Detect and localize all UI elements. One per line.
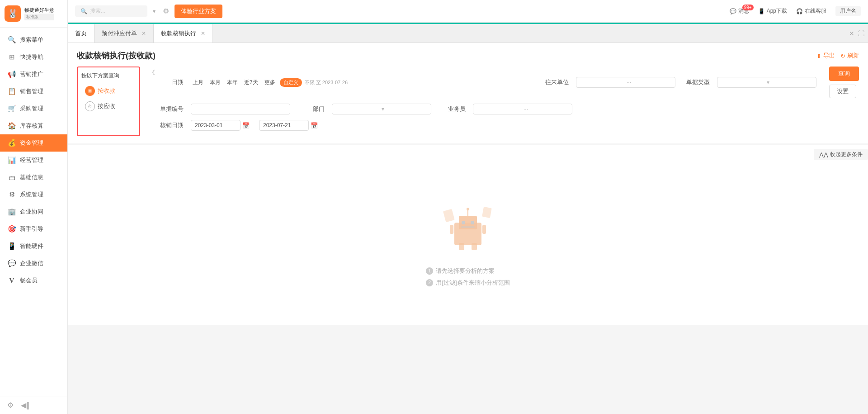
tab-close-prepay[interactable]: ✕ — [142, 30, 146, 37]
page-content: 收款核销执行(按收款) ⬆ 导出 ↻ 刷新 按以下方案查询 — [68, 43, 868, 414]
sidebar-item-guide[interactable]: 🎯 新手引导 — [0, 220, 67, 238]
logo-text-area: 畅捷通好生意 标准版 — [24, 7, 54, 20]
date-last-month[interactable]: 上月 — [191, 78, 205, 87]
staff-label: 业务员 — [439, 105, 466, 113]
sidebar-item-label: 营销推广 — [20, 70, 43, 78]
calendar-start-icon[interactable]: 📅 — [242, 122, 250, 129]
settings-bottom-icon[interactable]: ⚙ — [7, 401, 14, 409]
sidebar-item-capital[interactable]: 💰 资金管理 — [0, 134, 67, 152]
sidebar-item-label: 基础信息 — [20, 173, 43, 181]
svg-rect-12 — [443, 209, 455, 222]
sidebar-item-system[interactable]: ⚙ 系统管理 — [0, 186, 67, 203]
filter-option-by-receivable[interactable]: ⏱ 按应收 — [81, 99, 136, 114]
empty-state: 1 请先选择要分析的方案 2 用[过滤]条件来缩小分析范围 — [68, 164, 868, 325]
partner-select[interactable]: ··· — [576, 77, 675, 88]
topbar-gear-icon[interactable]: ⚙ — [163, 7, 169, 15]
sidebar-item-operation[interactable]: 📊 经营管理 — [0, 152, 67, 169]
empty-tip-1: 1 请先选择要分析的方案 — [426, 265, 509, 277]
sidebar-item-hardware[interactable]: 📱 智能硬件 — [0, 238, 67, 255]
filter-area: 按以下方案查询 按收款 ⏱ 按应收 — [68, 61, 868, 143]
empty-tips-list: 1 请先选择要分析的方案 2 用[过滤]条件来缩小分析范围 — [426, 265, 509, 289]
tab-close-all-icon[interactable]: ✕ — [849, 30, 854, 37]
empty-tip-2: 2 用[过滤]条件来缩小分析范围 — [426, 277, 509, 289]
app-version: 标准版 — [24, 14, 54, 20]
sidebar-item-enterprise[interactable]: 🏢 企业协同 — [0, 203, 67, 220]
tab-home[interactable]: 首页 — [68, 24, 94, 43]
writeoff-date-start-input[interactable] — [191, 120, 241, 131]
writeoff-date-end-input[interactable] — [259, 120, 309, 131]
app-name: 畅捷通好生意 — [24, 7, 54, 13]
export-icon: ⬆ — [816, 52, 821, 59]
tab-fullscreen-icon[interactable]: ⛶ — [858, 30, 864, 37]
dept-arrow-icon: ▾ — [382, 106, 427, 112]
user-avatar[interactable]: 用户名 — [835, 6, 861, 16]
building-icon: 🏢 — [7, 208, 16, 216]
setting-button[interactable]: 设置 — [829, 85, 856, 98]
calendar-end-icon[interactable]: 📅 — [311, 122, 318, 129]
filter-row-2: 单据编号 部门 ▾ 业务员 ··· — [156, 104, 859, 114]
filter-row-3: 核销日期 📅 — 📅 — [156, 120, 859, 131]
date-this-year[interactable]: 本年 — [225, 78, 240, 87]
filter-sidebar-title: 按以下方案查询 — [81, 72, 136, 80]
refresh-button[interactable]: ↻ 刷新 — [840, 52, 859, 60]
sidebar-item-sales[interactable]: 📋 销售管理 — [0, 83, 67, 100]
sidebar-item-member[interactable]: V 畅会员 — [0, 272, 67, 289]
export-button[interactable]: ⬆ 导出 — [816, 52, 835, 60]
solution-button[interactable]: 体验行业方案 — [175, 5, 222, 18]
tip-number-1: 1 — [426, 267, 433, 275]
sidebar-item-search[interactable]: 🔍 搜索菜单 — [0, 31, 67, 48]
date-custom-badge[interactable]: 自定义 — [280, 78, 302, 87]
sidebar-item-label: 资金管理 — [20, 139, 43, 147]
query-button[interactable]: 查询 — [829, 67, 859, 81]
device-icon: 📱 — [7, 242, 16, 250]
sidebar-item-basic[interactable]: 🗃 基础信息 — [0, 169, 67, 186]
database-icon: 🗃 — [7, 174, 16, 181]
sidebar-item-inventory[interactable]: 🏠 库存核算 — [0, 117, 67, 134]
cart-icon: 🛒 — [7, 105, 16, 113]
staff-dots-icon[interactable]: ··· — [524, 106, 568, 112]
topbar-dropdown-icon[interactable]: ▾ — [153, 8, 156, 14]
message-button[interactable]: 💬 消息 99+ — [730, 7, 749, 15]
collapse-sidebar-icon[interactable]: ◀‖ — [21, 401, 30, 409]
sidebar-bottom: ⚙ ◀‖ — [0, 396, 67, 414]
topbar-search[interactable]: 🔍 搜索... — [75, 5, 147, 17]
partner-label: 往来单位 — [542, 78, 569, 86]
filter-option-by-receipt[interactable]: 按收款 — [81, 83, 136, 99]
sidebar-item-purchase[interactable]: 🛒 采购管理 — [0, 100, 67, 117]
sidebar-item-label: 快捷导航 — [20, 53, 43, 61]
date-more[interactable]: 更多 — [263, 78, 277, 87]
clipboard-icon: 📋 — [7, 87, 16, 95]
sidebar-item-label: 畅会员 — [20, 276, 38, 285]
doc-type-label: 单据类型 — [683, 78, 710, 86]
sidebar-item-quicknav[interactable]: ⊞ 快捷导航 — [0, 48, 67, 66]
dept-select[interactable]: ▾ — [332, 104, 431, 114]
tab-close-receipt[interactable]: ✕ — [201, 30, 205, 37]
collapse-filter-button[interactable]: 《 — [147, 68, 156, 77]
doc-type-select[interactable]: ▾ — [717, 77, 816, 88]
sidebar-item-label: 搜索菜单 — [20, 36, 43, 44]
date-this-month[interactable]: 本月 — [208, 78, 222, 87]
svg-rect-5 — [461, 226, 475, 228]
topbar: 🔍 搜索... ▾ ⚙ 体验行业方案 💬 消息 99+ 📱 App下载 🎧 在线… — [68, 0, 868, 23]
doc-no-input[interactable] — [191, 104, 290, 114]
empty-illustration — [441, 200, 495, 254]
date-7days[interactable]: 近7天 — [242, 78, 260, 87]
staff-select[interactable]: ··· — [473, 104, 572, 114]
search-icon: 🔍 — [7, 36, 16, 44]
megaphone-icon: 📢 — [7, 70, 16, 78]
app-download-button[interactable]: 📱 App下载 — [758, 7, 787, 15]
svg-rect-6 — [450, 225, 453, 234]
sidebar-item-marketing[interactable]: 📢 营销推广 — [0, 66, 67, 83]
tab-actions: ✕ ⛶ — [845, 24, 868, 43]
tab-receipt[interactable]: 收款核销执行 ✕ — [154, 24, 213, 43]
customer-service-button[interactable]: 🎧 在线客服 — [796, 7, 826, 15]
date-range-separator: — — [251, 122, 257, 129]
writeoff-date-label: 核销日期 — [156, 121, 184, 129]
filter-option-label: 按应收 — [98, 102, 115, 110]
sidebar-item-wechat[interactable]: 💬 企业微信 — [0, 255, 67, 272]
partner-dots-icon[interactable]: ··· — [627, 79, 671, 86]
grid-icon: ⊞ — [7, 53, 16, 61]
writeoff-date-group: 📅 — 📅 — [191, 120, 318, 131]
tab-prepay[interactable]: 预付冲应付单 ✕ — [94, 24, 154, 43]
collapse-more-button[interactable]: ⋀⋀ 收起更多条件 — [814, 149, 868, 160]
